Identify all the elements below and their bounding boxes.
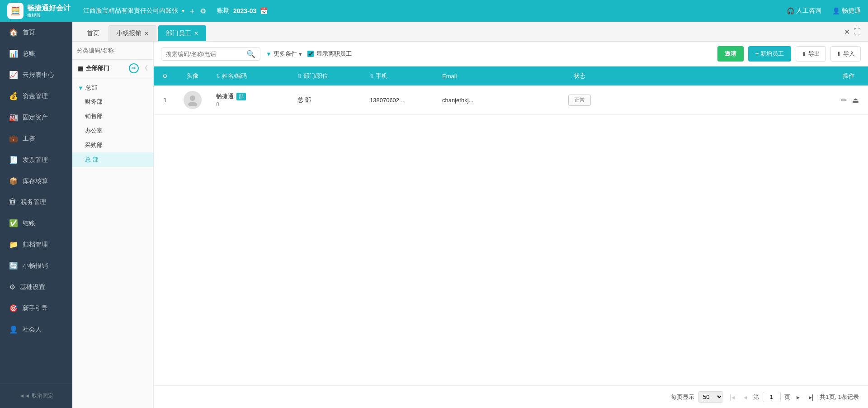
tab-close-all-button[interactable]: ✕ <box>844 27 850 36</box>
sidebar-item-ledger[interactable]: 📊 总账 <box>0 43 72 64</box>
pagination: 每页显示 50 100 |◂ ◂ 第 页 ▸ ▸| 共1页, 1条记录 <box>154 385 868 408</box>
filter-icon: ▼ <box>266 51 272 57</box>
settings-icon[interactable]: ⚙ <box>200 7 206 15</box>
main-layout: 🏠 首页 📊 总账 📈 云报表中心 💰 资金管理 🏭 固定资产 💼 工资 🧾 发… <box>0 22 868 408</box>
emp-toolbar: 🔍 ▼ 更多条件 ▾ 显示离职员工 邀请 + <box>154 42 868 66</box>
avatar-svg <box>186 94 199 106</box>
user-account-button[interactable]: 👤 畅捷通 <box>832 7 861 15</box>
tab-dept-emp[interactable]: 部门员工 ✕ <box>158 25 206 41</box>
dept-header: ▦ 全部部门 ✏ 《 <box>72 60 153 77</box>
assets-icon: 🏭 <box>9 113 18 122</box>
tab-dept-emp-close[interactable]: ✕ <box>194 30 198 37</box>
dept-item-sales[interactable]: 销售部 <box>72 109 153 123</box>
show-resigned-label[interactable]: 显示离职员工 <box>307 50 352 58</box>
company-name: 江西服宝精品有限责任公司内账张 <box>83 7 178 15</box>
sidebar-item-invoice[interactable]: 🧾 发票管理 <box>0 149 72 171</box>
add-employee-button[interactable]: + 新增员工 <box>748 46 791 62</box>
invoice-icon: 🧾 <box>9 156 18 164</box>
col-phone[interactable]: ⇅ 手机 <box>363 66 435 85</box>
sidebar-item-archive[interactable]: 📁 归档管理 <box>0 234 72 255</box>
show-resigned-checkbox[interactable] <box>307 51 314 57</box>
import-button[interactable]: ⬇ 导入 <box>830 46 861 62</box>
sidebar-item-assets[interactable]: 🏭 固定资产 <box>0 107 72 128</box>
last-page-button[interactable]: ▸| <box>806 393 816 402</box>
add-company-icon[interactable]: ＋ <box>188 5 196 16</box>
import-icon: ⬇ <box>836 51 841 57</box>
logo-sub: 旗舰版 <box>27 13 71 18</box>
dept-item-office[interactable]: 办公室 <box>72 123 153 138</box>
search-box: 🔍 <box>161 47 260 61</box>
cancel-fixed-label: ◄◄ 取消固定 <box>19 392 53 400</box>
dept-item-finance[interactable]: 财务部 <box>72 95 153 109</box>
total-record: 共1页, 1条记录 <box>820 393 859 401</box>
dept-edit-button[interactable]: ✏ <box>129 63 139 73</box>
sidebar-item-closing[interactable]: ✅ 结账 <box>0 213 72 234</box>
export-button[interactable]: ⬆ 导出 <box>796 46 826 62</box>
col-dept[interactable]: ⇅ 部门/职位 <box>290 66 363 85</box>
search-icon[interactable]: 🔍 <box>246 50 255 58</box>
edit-icon[interactable]: ✏ <box>841 96 847 104</box>
table-row: 1 <box>154 85 868 115</box>
col-name[interactable]: ⇅ 姓名/编码 <box>209 66 290 85</box>
sidebar-label-social: 社会人 <box>23 326 42 334</box>
row-avatar <box>176 85 209 115</box>
emp-table: ⚙ 头像 ⇅ 姓名/编码 <box>154 66 868 115</box>
all-dept-label: ▦ 全部部门 <box>78 64 109 72</box>
user-icon: 👤 <box>832 7 840 14</box>
sidebar-item-home[interactable]: 🏠 首页 <box>0 22 72 43</box>
sidebar-item-social[interactable]: 👤 社会人 <box>0 319 72 340</box>
invite-button[interactable]: 邀请 <box>717 46 744 62</box>
col-settings[interactable]: ⚙ <box>154 66 176 85</box>
svg-point-1 <box>188 102 197 106</box>
sidebar-item-reports[interactable]: 📈 云报表中心 <box>0 64 72 85</box>
logo-icon: 🧮 <box>7 3 24 19</box>
sidebar-item-settings[interactable]: ⚙ 基础设置 <box>0 276 72 298</box>
company-dropdown-icon[interactable]: ▾ <box>182 8 184 14</box>
sidebar-label-reports: 云报表中心 <box>23 71 54 79</box>
first-page-button[interactable]: |◂ <box>727 393 737 402</box>
cancel-fixed-button[interactable]: ◄◄ 取消固定 <box>5 389 68 403</box>
dept-item-head[interactable]: 总 部 <box>72 152 153 167</box>
sidebar-item-inventory[interactable]: 📦 库存核算 <box>0 171 72 192</box>
filter-button[interactable]: ▼ 更多条件 ▾ <box>266 50 302 58</box>
toolbar-right: 邀请 + 新增员工 ⬆ 导出 ⬇ 导入 <box>717 46 861 62</box>
social-icon: 👤 <box>9 325 18 334</box>
logo-main: 畅捷通好会计 <box>27 4 71 12</box>
next-page-button[interactable]: ▸ <box>794 393 802 402</box>
tab-home[interactable]: 首页 <box>80 26 107 41</box>
sidebar-item-expense[interactable]: 🔄 小畅报销 <box>0 255 72 276</box>
emp-search-input[interactable] <box>166 51 244 57</box>
tab-expand-button[interactable]: ⛶ <box>854 27 861 36</box>
tab-expense[interactable]: 小畅报销 ✕ <box>108 25 156 41</box>
tabs-bar: 首页 小畅报销 ✕ 部门员工 ✕ ✕ ⛶ <box>72 22 868 42</box>
tab-expense-close[interactable]: ✕ <box>144 30 149 37</box>
filter-chevron-icon: ▾ <box>299 51 302 57</box>
col-avatar: 头像 <box>176 66 209 85</box>
page-input[interactable] <box>763 392 781 402</box>
period-label: 账期 <box>217 7 230 15</box>
sidebar-label-closing: 结账 <box>23 219 35 228</box>
expense-icon: 🔄 <box>9 261 18 270</box>
top-header: 🧮 畅捷通好会计 旗舰版 江西服宝精品有限责任公司内账张 ▾ ＋ ⚙ 账期 20… <box>0 0 868 22</box>
table-header-row: ⚙ 头像 ⇅ 姓名/编码 <box>154 66 868 85</box>
prev-page-button[interactable]: ◂ <box>741 393 750 402</box>
per-page-select[interactable]: 50 100 <box>698 391 723 403</box>
dept-item-purchase[interactable]: 采购部 <box>72 138 153 152</box>
sidebar-item-funds[interactable]: 💰 资金管理 <box>0 85 72 107</box>
row-status: 正常 <box>534 85 625 115</box>
row-action: ✏ ⏏ <box>625 85 868 115</box>
calendar-icon[interactable]: 📅 <box>260 7 268 14</box>
dept-search-input[interactable] <box>77 47 153 54</box>
export-label: 导出 <box>808 50 820 58</box>
logout-icon[interactable]: ⏏ <box>852 96 859 104</box>
col-action: 操作 <box>625 66 868 85</box>
dept-collapse-button[interactable]: 《 <box>142 63 148 73</box>
sidebar-item-tax[interactable]: 🏛 税务管理 <box>0 192 72 213</box>
sidebar-label-ledger: 总账 <box>23 50 35 58</box>
sidebar-item-salary[interactable]: 💼 工资 <box>0 128 72 149</box>
dept-search-area: 🔍 <box>72 42 153 60</box>
ai-consult-button[interactable]: 🎧 人工咨询 <box>787 7 821 15</box>
headset-icon: 🎧 <box>787 7 794 14</box>
tax-icon: 🏛 <box>9 198 16 206</box>
sidebar-item-guide[interactable]: 🎯 新手引导 <box>0 298 72 319</box>
